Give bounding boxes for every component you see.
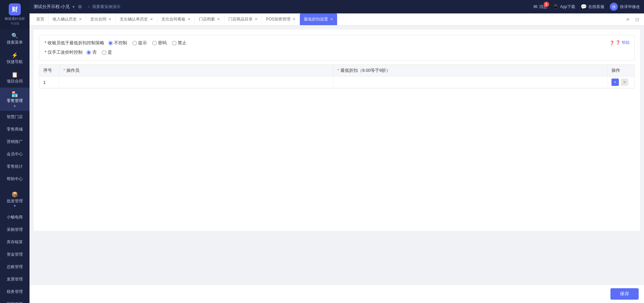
- tab-discount-close[interactable]: ✕: [330, 17, 333, 21]
- tab-pos-close[interactable]: ✕: [292, 17, 296, 21]
- tab-outconfirm[interactable]: 支出确认单历史 ✕: [116, 13, 157, 26]
- policy-remind-label: 提示: [138, 40, 147, 46]
- sidebar-item-label: 库存核算: [7, 239, 23, 245]
- sidebar-item-wholesale[interactable]: 📦 批发管理 ▼: [0, 188, 30, 211]
- table-row: 1 + ✕: [39, 77, 634, 88]
- policy-remind[interactable]: 提示: [132, 40, 147, 46]
- sidebar-item-inventory[interactable]: 库存核算: [0, 236, 30, 248]
- app-icon: 📱: [552, 4, 559, 10]
- policy-password[interactable]: 密码: [152, 40, 167, 46]
- policy-radio-group: 不控制 提示 密码 禁止: [108, 40, 186, 46]
- sidebar-item-quicknav[interactable]: ⚡ 快捷导航: [0, 49, 30, 68]
- sidebar-item-search[interactable]: 🔍 搜索菜单: [0, 29, 30, 49]
- policy-password-label: 密码: [158, 40, 167, 46]
- service-action[interactable]: 💬 在线客服: [581, 4, 604, 10]
- service-icon: 💬: [581, 4, 587, 10]
- tab-outconfirm-close[interactable]: ✕: [150, 17, 153, 21]
- retail-icon: 🏪: [11, 91, 18, 97]
- sidebar-item-stats[interactable]: 零售统计: [0, 160, 30, 173]
- sidebar-item-member[interactable]: 会员中心: [0, 148, 30, 160]
- td-actions: + ✕: [607, 77, 634, 88]
- message-action[interactable]: ✉ 消息 9: [533, 4, 547, 10]
- tab-goods-close[interactable]: ✕: [255, 17, 258, 21]
- sidebar-item-help[interactable]: 帮助中心: [0, 173, 30, 185]
- sidebar-item-smart[interactable]: 智慧门店: [0, 111, 30, 123]
- form-section: ❓ ❓ 帮助 * 收银员低于最低折扣控制策略 不控制 提示: [39, 35, 635, 60]
- manual-no-radio[interactable]: [87, 50, 91, 55]
- tabs-bar-actions: ✕ ⊡: [624, 16, 641, 23]
- tab-income[interactable]: 收入确认历史 ✕: [49, 13, 86, 26]
- sidebar-item-label: 零售统计: [7, 164, 23, 169]
- sidebar-item-ledger[interactable]: 总账管理: [0, 261, 30, 273]
- sidebar-item-label: 税务管理: [7, 289, 23, 295]
- demo-text: 我要看实例演示: [92, 4, 120, 10]
- project-dropdown-icon: ▼: [72, 5, 75, 9]
- sidebar-item-label: 快捷导航: [7, 59, 23, 65]
- sidebar-item-label: 资金管理: [7, 252, 23, 257]
- policy-forbid-radio[interactable]: [172, 41, 176, 45]
- manual-yes[interactable]: 是: [102, 49, 112, 55]
- user-menu[interactable]: 徐 徐泽华修改: [610, 3, 640, 11]
- th-seq: 序号: [39, 65, 59, 76]
- sidebar-item-label: 发票管理: [7, 276, 23, 282]
- sidebar-item-purchase[interactable]: 采购管理: [0, 223, 30, 236]
- sidebar-item-label: 批发管理: [7, 198, 23, 204]
- project-selector[interactable]: 测试分开示程-小兄 ▼: [34, 4, 75, 10]
- topbar-settings-icon[interactable]: ⚙: [78, 4, 82, 9]
- sidebar-item-label: 总账管理: [7, 264, 23, 270]
- help-text: ❓ 帮助: [615, 40, 630, 46]
- sidebar-item-retail[interactable]: 🏪 零售管理 ▲: [0, 88, 30, 111]
- tab-income-label: 收入确认历史: [53, 16, 77, 22]
- tab-maximize-button[interactable]: ⊡: [633, 16, 641, 23]
- manual-yes-radio[interactable]: [102, 50, 106, 55]
- table-header: 序号 操作员 最低折扣（9.00等于9折） 操作: [39, 65, 634, 77]
- add-row-button[interactable]: +: [611, 79, 619, 86]
- sidebar-item-label: 帮助中心: [7, 176, 23, 182]
- sidebar: 财 畅捷通好业财 专业版 🔍 搜索菜单 ⚡ 快捷导航 📋 项目合同 🏪 零售管理…: [0, 0, 30, 303]
- policy-no-control-radio[interactable]: [108, 41, 113, 45]
- help-icon: ❓: [609, 41, 614, 45]
- tab-store-close[interactable]: ✕: [217, 17, 220, 21]
- manual-no[interactable]: 否: [87, 49, 97, 55]
- content-area: ❓ ❓ 帮助 * 收银员低于最低折扣控制策略 不控制 提示: [30, 26, 644, 285]
- save-button[interactable]: 保存: [610, 288, 639, 300]
- sidebar-item-shop[interactable]: 零售商城: [0, 123, 30, 136]
- tab-contract[interactable]: 支出合同 ✕: [86, 13, 116, 26]
- table-body: 1 + ✕: [39, 77, 634, 88]
- sidebar-item-label: 会员中心: [7, 151, 23, 157]
- help-link[interactable]: ❓ ❓ 帮助: [609, 40, 630, 46]
- sidebar-item-tax[interactable]: 税务管理: [0, 286, 30, 298]
- sidebar-item-marketing[interactable]: 营销推广: [0, 136, 30, 148]
- tab-close-button[interactable]: ✕: [624, 16, 632, 23]
- tab-outboard[interactable]: 支出合同看板 ✕: [157, 13, 195, 26]
- tab-pos[interactable]: POS加密管理 ✕: [262, 13, 300, 26]
- sidebar-item-project[interactable]: 📋 项目合同: [0, 68, 30, 88]
- delete-row-button[interactable]: ✕: [621, 79, 628, 86]
- search-icon: 🔍: [11, 33, 18, 39]
- demo-link[interactable]: ○ 我要看实例演示: [88, 4, 120, 10]
- sidebar-item-ecommerce[interactable]: 小畅电商: [0, 211, 30, 223]
- tab-store-label: 门店档案: [199, 16, 215, 22]
- manual-yes-label: 是: [108, 49, 112, 55]
- tab-goods[interactable]: 门店商品目录 ✕: [224, 13, 262, 26]
- tab-outboard-close[interactable]: ✕: [187, 17, 191, 21]
- sidebar-item-invoice[interactable]: 发票管理: [0, 273, 30, 286]
- tab-discount[interactable]: 最低折扣设置 ✕: [300, 13, 337, 26]
- policy-forbid[interactable]: 禁止: [172, 40, 186, 46]
- sidebar-item-asset[interactable]: 固定资产: [0, 298, 30, 303]
- policy-no-control[interactable]: 不控制: [108, 40, 127, 46]
- policy-label: * 收银员低于最低折扣控制策略: [45, 40, 104, 46]
- policy-remind-radio[interactable]: [132, 41, 137, 45]
- tab-store[interactable]: 门店档案 ✕: [195, 13, 224, 26]
- tab-home[interactable]: 首页: [32, 13, 49, 26]
- message-icon: ✉: [533, 4, 538, 10]
- tab-income-close[interactable]: ✕: [79, 17, 82, 21]
- sidebar-item-capital[interactable]: 资金管理: [0, 248, 30, 261]
- tab-pos-label: POS加密管理: [266, 16, 290, 22]
- policy-password-radio[interactable]: [152, 41, 157, 45]
- logo-version: 专业版: [10, 21, 19, 26]
- app-download-action[interactable]: 📱 App下载: [552, 4, 575, 10]
- lightning-icon: ⚡: [11, 52, 18, 58]
- tab-contract-close[interactable]: ✕: [108, 17, 111, 21]
- topbar: 测试分开示程-小兄 ▼ ⚙ ○ 我要看实例演示 ✉ 消息 9 📱 App下载 💬…: [30, 0, 644, 13]
